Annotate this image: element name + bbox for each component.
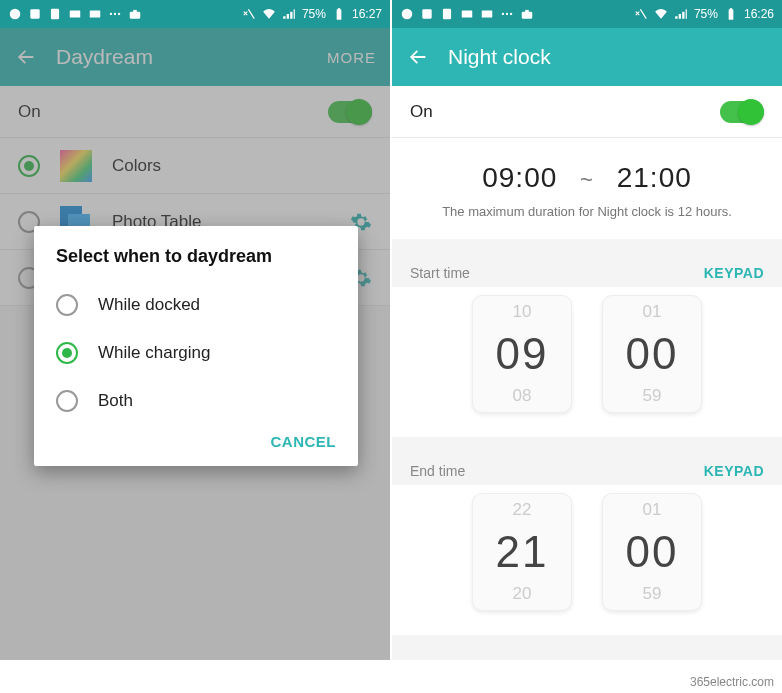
briefcase-icon	[128, 7, 142, 21]
signal-icon	[282, 7, 296, 21]
end-time-picker: 22 21 20 01 00 59	[392, 485, 782, 635]
svg-point-6	[114, 13, 116, 15]
svg-rect-10	[337, 9, 342, 19]
battery-pct: 75%	[302, 7, 326, 21]
svg-rect-20	[522, 12, 533, 19]
range-to: 21:00	[617, 162, 692, 193]
svg-rect-9	[133, 10, 137, 12]
notif-icon	[68, 7, 82, 21]
svg-rect-4	[90, 11, 101, 18]
option-label: While docked	[98, 295, 200, 315]
svg-point-18	[506, 13, 508, 15]
clock-time: 16:26	[744, 7, 774, 21]
radio-icon	[56, 294, 78, 316]
wheel-value: 00	[626, 329, 679, 379]
svg-point-12	[402, 9, 413, 20]
svg-rect-21	[525, 10, 529, 12]
wheel-value: 21	[496, 527, 549, 577]
svg-point-0	[10, 9, 21, 20]
svg-rect-23	[730, 8, 732, 10]
radio-selected-icon	[56, 342, 78, 364]
daydream-when-dialog: Select when to daydream While docked Whi…	[34, 226, 358, 466]
notif-icon	[28, 7, 42, 21]
wheel-prev: 01	[603, 302, 701, 322]
wheel-prev: 01	[603, 500, 701, 520]
wheel-next: 20	[473, 584, 571, 604]
start-time-picker: 10 09 08 01 00 59	[392, 287, 782, 437]
notif-icon	[440, 7, 454, 21]
dialog-option-docked[interactable]: While docked	[56, 281, 336, 329]
end-min-wheel[interactable]: 01 00 59	[602, 493, 702, 611]
notif-icon	[400, 7, 414, 21]
svg-rect-2	[51, 9, 59, 20]
svg-point-7	[118, 13, 120, 15]
clock-time: 16:27	[352, 7, 382, 21]
dialog-option-both[interactable]: Both	[56, 377, 336, 425]
notif-icon	[88, 7, 102, 21]
vibrate-icon	[634, 7, 648, 21]
start-time-header: Start time KEYPAD	[392, 255, 782, 287]
status-bar: 75% 16:26	[392, 0, 782, 28]
vibrate-icon	[242, 7, 256, 21]
keypad-button[interactable]: KEYPAD	[704, 265, 764, 281]
keypad-button[interactable]: KEYPAD	[704, 463, 764, 479]
on-row: On	[392, 86, 782, 138]
signal-icon	[674, 7, 688, 21]
page-title: Night clock	[448, 45, 551, 69]
svg-point-17	[502, 13, 504, 15]
cancel-button[interactable]: CANCEL	[271, 433, 337, 450]
svg-rect-15	[462, 11, 473, 18]
svg-rect-22	[729, 9, 734, 19]
tilde-icon: ~	[580, 167, 594, 192]
wheel-next: 59	[603, 386, 701, 406]
wheel-next: 59	[603, 584, 701, 604]
wheel-prev: 10	[473, 302, 571, 322]
back-button[interactable]	[406, 45, 430, 69]
screen-nightclock: 75% 16:26 Night clock On 09:00 ~ 21:00 T…	[392, 0, 782, 660]
screen-daydream: 75% 16:27 Daydream MORE On Colors Ph	[0, 0, 390, 660]
end-time-header: End time KEYPAD	[392, 453, 782, 485]
on-toggle[interactable]	[720, 101, 764, 123]
svg-rect-16	[482, 11, 493, 18]
start-min-wheel[interactable]: 01 00 59	[602, 295, 702, 413]
wifi-icon	[262, 7, 276, 21]
duration-summary: 09:00 ~ 21:00 The maximum duration for N…	[392, 138, 782, 239]
svg-rect-3	[70, 11, 81, 18]
notif-icon	[8, 7, 22, 21]
notif-icon	[460, 7, 474, 21]
battery-icon	[724, 7, 738, 21]
radio-icon	[56, 390, 78, 412]
briefcase-icon	[520, 7, 534, 21]
dialog-title: Select when to daydream	[56, 246, 336, 267]
notif-icon	[420, 7, 434, 21]
notif-icon	[480, 7, 494, 21]
battery-icon	[332, 7, 346, 21]
more-notif-icon	[108, 7, 122, 21]
svg-rect-14	[443, 9, 451, 20]
on-label: On	[410, 102, 720, 122]
option-label: Both	[98, 391, 133, 411]
watermark: 365electric.com	[690, 675, 774, 689]
svg-rect-1	[30, 9, 39, 18]
status-bar: 75% 16:27	[0, 0, 390, 28]
more-notif-icon	[500, 7, 514, 21]
start-hour-wheel[interactable]: 10 09 08	[472, 295, 572, 413]
svg-rect-8	[130, 12, 141, 19]
duration-note: The maximum duration for Night clock is …	[410, 204, 764, 219]
wheel-next: 08	[473, 386, 571, 406]
svg-rect-13	[422, 9, 431, 18]
app-bar: Night clock	[392, 28, 782, 86]
notif-icon	[48, 7, 62, 21]
range-from: 09:00	[482, 162, 557, 193]
svg-rect-11	[338, 8, 340, 10]
option-label: While charging	[98, 343, 210, 363]
wheel-value: 00	[626, 527, 679, 577]
dialog-option-charging[interactable]: While charging	[56, 329, 336, 377]
wheel-value: 09	[496, 329, 549, 379]
svg-point-19	[510, 13, 512, 15]
section-label: End time	[410, 463, 465, 479]
wifi-icon	[654, 7, 668, 21]
section-label: Start time	[410, 265, 470, 281]
end-hour-wheel[interactable]: 22 21 20	[472, 493, 572, 611]
battery-pct: 75%	[694, 7, 718, 21]
